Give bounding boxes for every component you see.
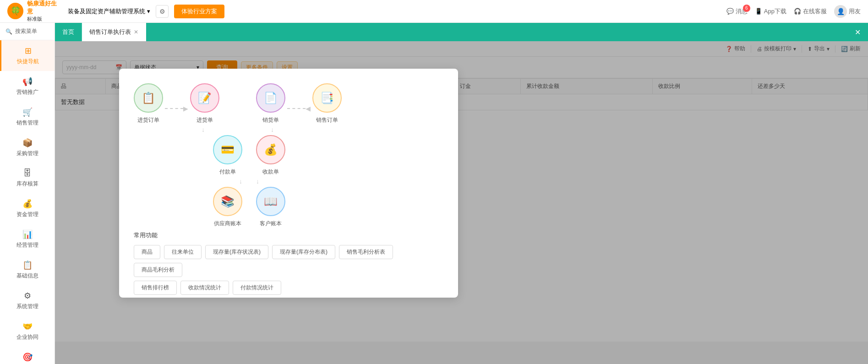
app-download-label: App下载 [764, 7, 786, 16]
user-name: 用友 [849, 7, 861, 16]
func-btn-6[interactable]: 销售排行榜 [134, 281, 177, 295]
operation-label: 经营管理 [16, 241, 38, 249]
main-layout: 🔍 搜索菜单 ⊞ 快捷导航 📢 营销推广 🛒 销售管理 📦 采购管理 🗄 库存核… [0, 23, 868, 364]
sidebar-item-sales[interactable]: 🛒 销售管理 [0, 102, 55, 132]
avatar: 👤 [834, 5, 847, 18]
finance-icon: 💰 [22, 199, 33, 209]
message-icon: 💬 [726, 8, 734, 15]
sales-order-label: 销售订单 [316, 116, 338, 124]
marketing-label: 营销推广 [16, 88, 38, 96]
func-btn-8[interactable]: 付款情况统计 [233, 281, 281, 295]
trial-button[interactable]: 体验行业方案 [174, 5, 224, 18]
common-functions: 常用功能 商品 往来单位 现存量(库存状况表) 现存量(库存分布表) 销售毛利分… [134, 231, 443, 295]
arrow-purchase-to-bill: ▶ [163, 96, 190, 112]
sales-bill-icon: 📄 [256, 83, 285, 113]
service-icon: 🎧 [794, 8, 801, 15]
logo-area: 🍀 畅康通好生意 标准版 [7, 0, 62, 22]
sidebar: 🔍 搜索菜单 ⊞ 快捷导航 📢 营销推广 🛒 销售管理 📦 采购管理 🗄 库存核… [0, 23, 55, 364]
inventory-icon: 🗄 [23, 168, 32, 178]
logo-icon: 🍀 [7, 3, 23, 19]
receipt-label: 收款单 [262, 168, 279, 176]
online-service-label: 在线客服 [803, 7, 827, 16]
func-btn-2[interactable]: 现存量(库存状况表) [205, 245, 268, 259]
sidebar-item-quick-nav[interactable]: ⊞ 快捷导航 [0, 40, 55, 71]
flow-node-purchase-bill: 📝 进货单 [190, 83, 219, 124]
arrow-v-payment: ↓ [239, 178, 242, 185]
enterprise-label: 企业协同 [16, 333, 38, 341]
supplier-ledger-label: 供应商账本 [214, 220, 241, 228]
tab-sales-order-label: 销售订单执行表 [89, 28, 131, 36]
finance-label: 资金管理 [16, 211, 38, 218]
tab-sales-order[interactable]: 销售订单执行表 ✕ [82, 23, 146, 41]
search-icon: 🔍 [5, 28, 12, 35]
sidebar-item-newbie[interactable]: 🎯 新手引导 [0, 347, 55, 364]
system-label: 系统管理 [16, 303, 38, 310]
sidebar-item-inventory[interactable]: 🗄 库存核算 [0, 163, 55, 193]
search-menu-label: 搜索菜单 [15, 27, 37, 35]
purchase-bill-icon: 📝 [190, 83, 219, 113]
receipt-icon: 💰 [256, 135, 285, 164]
modal-box: 📋 进货订单 ▶ 📝 [119, 69, 458, 298]
content-area: 首页 销售订单执行表 ✕ ✕ ❓ 帮助 🖨 按模板打印 [55, 23, 868, 364]
flow-node-supplier-ledger: 📚 供应商账本 [213, 187, 242, 228]
message-badge: 6 [743, 5, 750, 12]
sidebar-item-purchase[interactable]: 📦 采购管理 [0, 132, 55, 163]
func-btn-1[interactable]: 往来单位 [164, 245, 202, 259]
tab-close-icon[interactable]: ✕ [134, 29, 138, 35]
flow-node-purchase-order: 📋 进货订单 [134, 83, 163, 124]
func-btn-4[interactable]: 销售毛利分析表 [339, 245, 393, 259]
common-functions-title: 常用功能 [134, 231, 443, 239]
inventory-label: 库存核算 [16, 180, 38, 188]
sidebar-item-finance[interactable]: 💰 资金管理 [0, 193, 55, 224]
system-title[interactable]: 装备及固定资产辅助管理系统 ▾ [68, 7, 150, 16]
purchase-order-label: 进货订单 [137, 116, 159, 124]
message-item[interactable]: 💬 消息 6 [726, 7, 748, 16]
window-close-button[interactable]: ✕ [847, 28, 868, 37]
modal-overlay[interactable]: 📋 进货订单 ▶ 📝 [55, 41, 868, 364]
dropdown-chevron-icon: ▾ [147, 8, 150, 15]
purchase-icon: 📦 [22, 138, 33, 148]
payment-label: 付款单 [219, 168, 236, 176]
customer-ledger-icon: 📖 [256, 187, 285, 216]
sales-icon: 🛒 [22, 107, 33, 117]
newbie-icon: 🎯 [22, 352, 33, 362]
supplier-ledger-icon: 📚 [213, 187, 242, 216]
search-menu[interactable]: 🔍 搜索菜单 [0, 23, 55, 40]
func-btn-0[interactable]: 商品 [134, 245, 160, 259]
func-btn-3[interactable]: 现存量(库存分布表) [272, 245, 335, 259]
tab-home[interactable]: 首页 [55, 23, 82, 41]
sales-order-icon: 📑 [312, 83, 342, 113]
flow-node-sales-bill: 📄 销货单 [256, 83, 285, 124]
logo-main: 畅康通好生意 [27, 0, 62, 16]
header-right: 💬 消息 6 📱 App下载 🎧 在线客服 👤 用友 [726, 5, 861, 18]
user-item[interactable]: 👤 用友 [834, 5, 861, 18]
base-info-label: 基础信息 [16, 272, 38, 280]
flow-node-customer-ledger: 📖 客户账本 [256, 187, 285, 228]
marketing-icon: 📢 [22, 76, 33, 87]
top-header: 🍀 畅康通好生意 标准版 装备及固定资产辅助管理系统 ▾ ⚙ 体验行业方案 💬 … [0, 0, 868, 23]
arrow-v-receipt: ↓ [256, 178, 259, 185]
sidebar-item-operation[interactable]: 📊 经营管理 [0, 224, 55, 255]
operation-icon: 📊 [22, 229, 33, 239]
base-info-icon: 📋 [22, 260, 33, 270]
quick-nav-label: 快捷导航 [17, 58, 39, 65]
system-icon: ⚙ [24, 291, 31, 301]
online-service-item[interactable]: 🎧 在线客服 [794, 7, 827, 16]
purchase-label: 采购管理 [16, 150, 38, 158]
func-btn-7[interactable]: 收款情况统计 [180, 281, 229, 295]
arrow-sales-order-to-bill: ▶ [285, 96, 312, 112]
func-btn-5[interactable]: 商品毛利分析 [134, 263, 182, 277]
sidebar-item-enterprise[interactable]: 🤝 企业协同 [0, 316, 55, 347]
purchase-bill-label: 进货单 [197, 116, 213, 124]
sidebar-item-system[interactable]: ⚙ 系统管理 [0, 285, 55, 316]
quick-nav-icon: ⊞ [25, 46, 32, 56]
app-download-item[interactable]: 📱 App下载 [755, 7, 786, 16]
sidebar-item-base-info[interactable]: 📋 基础信息 [0, 255, 55, 285]
enterprise-icon: 🤝 [22, 321, 33, 331]
app-icon: 📱 [755, 8, 762, 15]
settings-icon[interactable]: ⚙ [156, 5, 169, 18]
sidebar-item-marketing[interactable]: 📢 营销推广 [0, 71, 55, 102]
function-buttons-row2: 销售排行榜 收款情况统计 付款情况统计 [134, 281, 443, 295]
page-content: ❓ 帮助 🖨 按模板打印 ▾ ⬆ 导出 ▾ 🔄 刷新 [55, 41, 868, 364]
tab-home-label: 首页 [62, 28, 74, 36]
